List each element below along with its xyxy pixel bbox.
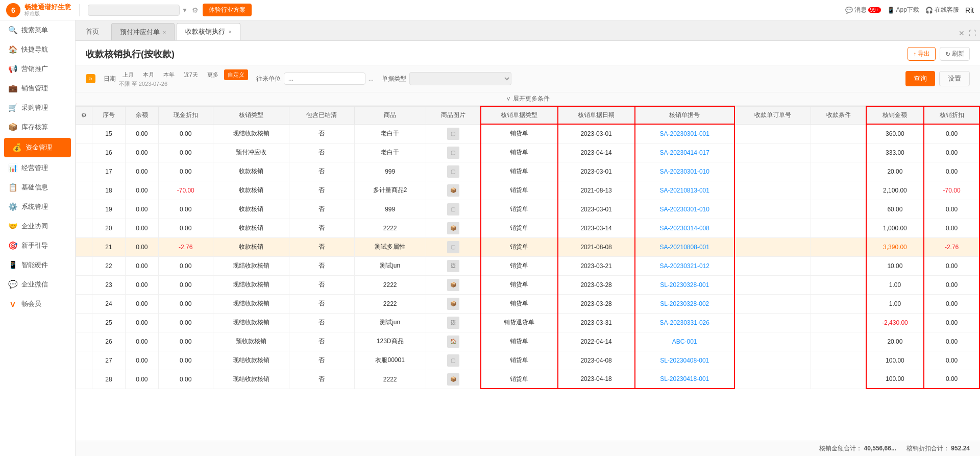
td-writeoff-discount: 0.00 <box>924 313 979 332</box>
td-included-settled: 否 <box>289 181 354 200</box>
online-service-btn[interactable]: 🎧 在线客服 <box>925 6 959 14</box>
sidebar-item-guide[interactable]: 🎯 新手引导 <box>0 236 75 255</box>
sidebar-item-enterprise[interactable]: 🤝 企业协同 <box>0 217 75 236</box>
td-seq: 18 <box>92 181 126 200</box>
settings-icon[interactable]: ⚙ <box>192 6 199 14</box>
partner-label: 往来单位 <box>256 75 281 83</box>
sidebar-item-purchase[interactable]: 🛒 采购管理 <box>0 98 75 117</box>
td-bill-no: SA-20210808-001 <box>635 237 734 256</box>
expand-more-bar[interactable]: ∨ 展开更多条件 <box>76 92 980 106</box>
tab-collection[interactable]: 收款核销执行 × <box>177 23 240 40</box>
td-bill-date: 2022-04-14 <box>558 332 635 351</box>
td-writeoff-amount: 1,000.00 <box>866 219 924 237</box>
tab-prepay-close[interactable]: × <box>163 29 166 35</box>
bill-no-link[interactable]: SL-20230328-001 <box>660 281 709 289</box>
sidebar-item-capital[interactable]: 💰 资金管理 <box>4 138 71 157</box>
td-collection-cond <box>811 332 866 351</box>
bill-no-link[interactable]: SA-20230314-008 <box>659 225 709 232</box>
bill-no-link[interactable]: SL-20230408-001 <box>660 357 709 364</box>
export-btn[interactable]: ↑ 导出 <box>908 47 936 61</box>
bill-no-link[interactable]: SA-20230321-012 <box>659 262 709 270</box>
bill-no-link[interactable]: SA-20230301-001 <box>659 130 709 137</box>
partner-more-icon[interactable]: ... <box>369 75 374 82</box>
bill-no-link[interactable]: SL-20230328-002 <box>660 300 709 307</box>
footer-total-amount: 核销金额合计： 40,556,66... <box>819 444 896 453</box>
bill-no-link[interactable]: SA-20210808-001 <box>659 244 709 251</box>
td-bill-no: SL-20230418-001 <box>635 370 734 389</box>
td-bill-no: SA-20230314-008 <box>635 219 734 237</box>
bill-no-link[interactable]: ABC-001 <box>672 338 697 345</box>
td-bill-type: 销货单 <box>481 143 558 162</box>
sidebar-item-marketing[interactable]: 📢 营销推广 <box>0 59 75 79</box>
bill-no-link[interactable]: SA-20210813-001 <box>659 187 709 194</box>
message-btn[interactable]: 💬 消息 99+ <box>845 6 881 14</box>
date-tab-last-month[interactable]: 上月 <box>119 69 137 80</box>
td-cash-discount: 0.00 <box>158 351 213 370</box>
date-tab-this-year[interactable]: 本年 <box>160 69 178 80</box>
td-gear <box>76 162 92 181</box>
sidebar-item-member[interactable]: V 畅会员 <box>0 294 75 314</box>
td-balance: 0.00 <box>125 256 158 275</box>
td-collection-cond <box>811 256 866 275</box>
bill-no-link[interactable]: SA-20230301-010 <box>659 168 709 175</box>
sidebar-item-search-menu[interactable]: 🔍 搜索菜单 <box>0 20 75 40</box>
td-cash-discount: 0.00 <box>158 124 213 143</box>
sidebar-item-operations[interactable]: 📊 经营管理 <box>0 158 75 178</box>
bill-no-link[interactable]: SL-20230418-001 <box>660 375 709 382</box>
td-cash-discount: 0.00 <box>158 162 213 181</box>
tab-expand-btn[interactable]: ⛶ <box>969 29 976 37</box>
td-goods: 2222 <box>354 219 426 237</box>
bill-no-link[interactable]: SA-20230414-017 <box>659 149 709 156</box>
td-balance: 0.00 <box>125 200 158 219</box>
td-bill-type: 销货单 <box>481 162 558 181</box>
date-tab-7days[interactable]: 近7天 <box>180 69 202 80</box>
tab-collection-close[interactable]: × <box>228 29 231 35</box>
td-writeoff-discount: -2.76 <box>924 237 979 256</box>
sidebar-item-quick-nav[interactable]: 🏠 快捷导航 <box>0 40 75 59</box>
bill-no-link[interactable]: SA-20230301-010 <box>659 206 709 213</box>
partner-input[interactable] <box>284 73 365 85</box>
filter-expand-btn[interactable]: » <box>86 74 95 83</box>
td-collection-order <box>734 256 811 275</box>
td-bill-no: SA-20230331-026 <box>635 313 734 332</box>
table-row: 20 0.00 0.00 收款核销 否 2222 📦 销货单 2023-03-1… <box>76 219 980 237</box>
tab-close-btn[interactable]: ✕ <box>959 29 965 37</box>
td-collection-order <box>734 124 811 143</box>
tab-home[interactable]: 首页 <box>76 23 109 40</box>
td-seq: 28 <box>92 370 126 389</box>
sidebar-item-weixin[interactable]: 💬 企业微信 <box>0 275 75 294</box>
date-tab-this-month[interactable]: 本月 <box>139 69 158 80</box>
sidebar-item-smart-hw[interactable]: 📱 智能硬件 <box>0 255 75 275</box>
setting-btn[interactable]: 设置 <box>939 71 970 86</box>
td-bill-type: 销货单 <box>481 256 558 275</box>
td-balance: 0.00 <box>125 181 158 200</box>
sidebar-item-inventory[interactable]: 📦 库存核算 <box>0 117 75 137</box>
sidebar-item-basic-info[interactable]: 📋 基础信息 <box>0 178 75 197</box>
top-search-input[interactable] <box>88 5 180 16</box>
th-gear[interactable]: ⚙ <box>76 106 92 124</box>
app-download-btn[interactable]: 📱 App下载 <box>887 6 919 14</box>
voucher-type-select[interactable] <box>409 72 511 85</box>
date-tab-custom[interactable]: 自定义 <box>224 69 248 80</box>
brand-sub: 标准版 <box>24 11 71 17</box>
top-bar: 6 畅捷通谱好生意 标准版 ▼ ⚙ 体验行业方案 💬 消息 99+ 📱 App下… <box>0 0 980 20</box>
refresh-btn[interactable]: ↻ 刷新 <box>940 47 970 61</box>
td-goods: 2222 <box>354 370 426 389</box>
table-container[interactable]: ⚙ 序号 余额 现金折扣 核销类型 包含已结清 商品 商品图片 核销单据类型 核… <box>76 106 980 441</box>
dropdown-chevron-icon[interactable]: ▼ <box>182 7 188 14</box>
sidebar-item-system[interactable]: ⚙️ 系统管理 <box>0 197 75 217</box>
date-tab-more[interactable]: 更多 <box>204 69 222 80</box>
query-btn[interactable]: 查询 <box>905 71 935 86</box>
td-cash-discount: 0.00 <box>158 313 213 332</box>
td-writeoff-amount: 20.00 <box>866 162 924 181</box>
industry-btn[interactable]: 体验行业方案 <box>203 4 252 16</box>
sidebar-item-sales[interactable]: 💼 销售管理 <box>0 79 75 98</box>
tab-prepay[interactable]: 预付冲应付单 × <box>111 23 175 40</box>
td-goods: 多计量商品2 <box>354 181 426 200</box>
bill-no-link[interactable]: SA-20230331-026 <box>659 319 709 326</box>
td-writeoff-type: 收款核销 <box>213 181 289 200</box>
th-cash-discount: 现金折扣 <box>158 106 213 124</box>
td-writeoff-amount: 100.00 <box>866 370 924 389</box>
user-name[interactable]: Rit <box>965 6 974 14</box>
td-included-settled: 否 <box>289 200 354 219</box>
